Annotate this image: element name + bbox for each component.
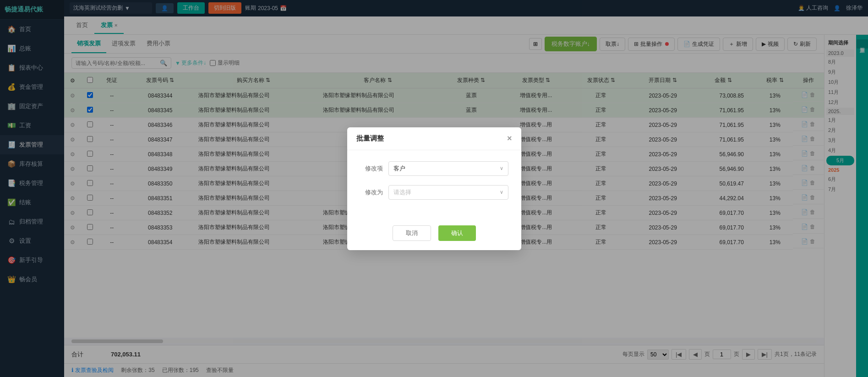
modify-item-chevron: ∨: [500, 165, 503, 171]
modal-cancel-btn[interactable]: 取消: [393, 225, 431, 241]
modal-overlay: 批量调整 × 修改项 客户 ∨ 修改为 请选择 ∨ 取消 确认: [0, 0, 868, 377]
modal-close-btn[interactable]: ×: [507, 134, 512, 143]
batch-adjust-modal: 批量调整 × 修改项 客户 ∨ 修改为 请选择 ∨ 取消 确认: [347, 127, 521, 250]
modal-row-modify-to: 修改为 请选择 ∨: [360, 185, 508, 200]
modal-confirm-btn[interactable]: 确认: [438, 225, 476, 241]
modal-row-modify-item: 修改项 客户 ∨: [360, 161, 508, 176]
modify-item-select[interactable]: 客户 ∨: [388, 161, 508, 176]
modal-footer: 取消 确认: [347, 220, 521, 250]
modify-to-placeholder: 请选择: [393, 188, 411, 197]
modify-to-select[interactable]: 请选择 ∨: [388, 185, 508, 200]
modal-title: 批量调整: [356, 134, 384, 143]
modal-body: 修改项 客户 ∨ 修改为 请选择 ∨: [347, 150, 521, 220]
modify-item-value: 客户: [393, 164, 405, 173]
modify-to-label: 修改为: [360, 188, 383, 197]
modify-to-chevron: ∨: [500, 189, 503, 195]
modify-item-label: 修改项: [360, 164, 383, 173]
modal-header: 批量调整 ×: [347, 127, 521, 150]
